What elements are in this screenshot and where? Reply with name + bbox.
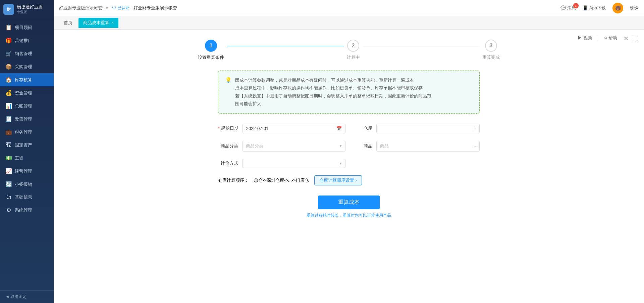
content-area: ✕ ⛶ ▶ 视频 | ⊙ 帮助 1 设置重算条件 2 计算中 3 重算完成 — [54, 30, 644, 303]
sidebar-item-project[interactable]: 📋 项目顾问 — [0, 21, 54, 34]
sidebar-label-system: 系统管理 — [15, 207, 32, 213]
step-3: 3 重算完成 — [482, 40, 500, 60]
tab-home[interactable]: 首页 — [59, 18, 77, 28]
sidebar-pin-toggle[interactable]: ◄ 取消固定 — [0, 290, 54, 303]
sidebar-label-operation: 经营管理 — [15, 168, 32, 174]
sidebar-item-tax[interactable]: 💼 税务管理 — [0, 126, 54, 139]
info-text: 因成本计算参数调整，或是对商品成本有疑问时，可以通过成本重算功能，重新计算一遍成… — [235, 76, 431, 108]
sidebar: 财 畅捷通好业财 专业版 📋 项目顾问 🎁 营销推广 🛒 销售管理 📦 采购管理… — [0, 0, 54, 303]
tax-icon: 💼 — [5, 129, 12, 135]
sidebar-label-accounting: 总账管理 — [15, 103, 32, 109]
form-group-pricing: 计价方式 ▾ — [218, 159, 345, 168]
info-line-1: 因成本计算参数调整，或是对商品成本有疑问时，可以通过成本重算功能，重新计算一遍成… — [235, 76, 431, 84]
sidebar-label-sales: 销售管理 — [15, 51, 32, 57]
tab-recalculate[interactable]: 商品成本重算 × — [78, 18, 118, 28]
start-date-label: 起始日期 — [218, 125, 238, 131]
sidebar-label-tax: 税务管理 — [15, 129, 32, 135]
marketing-icon: 🎁 — [5, 37, 12, 44]
step-line-2 — [363, 46, 480, 46]
assets-icon: 🏗 — [5, 142, 12, 148]
sidebar-label-project: 项目顾问 — [15, 25, 32, 31]
sidebar-item-accounting[interactable]: 📊 总账管理 — [0, 99, 54, 113]
sidebar-label-basic: 基础信息 — [15, 194, 32, 200]
sidebar-item-finance[interactable]: 💰 资金管理 — [0, 86, 54, 99]
step-1-label: 设置重算条件 — [198, 54, 224, 60]
sidebar-item-expense[interactable]: 🔄 小畅报销 — [0, 178, 54, 191]
info-icon: 💡 — [225, 77, 232, 108]
start-date-value: 2022-07-01 — [246, 126, 334, 131]
sidebar-item-basic[interactable]: 🗂 基础信息 — [0, 191, 54, 204]
sidebar-item-operation[interactable]: 📈 经营管理 — [0, 165, 54, 178]
user-name: 珠珠 — [630, 5, 639, 11]
user-avatar[interactable]: 🐻 — [612, 3, 623, 13]
step-2-circle: 2 — [347, 40, 359, 52]
basic-icon: 🗂 — [5, 194, 12, 200]
window-controls: ✕ ⛶ — [624, 35, 639, 42]
sidebar-item-marketing[interactable]: 🎁 营销推广 — [0, 34, 54, 47]
info-line-3: 若【系统设置】中启用了自动调整记账日期时，会调整入库单的整单记账日期，因此重新计… — [235, 92, 431, 100]
project-icon: 📋 — [5, 24, 12, 31]
goods-label: 商品 — [352, 143, 372, 149]
pricing-select[interactable]: ▾ — [242, 159, 345, 168]
step-indicator: 1 设置重算条件 2 计算中 3 重算完成 — [198, 40, 500, 60]
sidebar-item-inventory[interactable]: 🏠 库存核算 — [0, 73, 54, 86]
video-btn[interactable]: ▶ 视频 — [578, 35, 592, 41]
info-box: 💡 因成本计算参数调整，或是对商品成本有疑问时，可以通过成本重算功能，重新计算一… — [218, 71, 480, 114]
finance-icon: 💰 — [5, 90, 12, 96]
tab-recalculate-label: 商品成本重算 — [83, 20, 109, 26]
start-date-input[interactable]: 2022-07-01 📅 — [243, 124, 345, 133]
form-row-2: 商品分类 商品分类 ▾ 商品 商品 ··· — [218, 141, 480, 152]
step-3-circle: 3 — [485, 40, 497, 52]
form-group-goods: 商品 商品 ··· — [352, 141, 480, 152]
form-area: 起始日期 2022-07-01 📅 仓库 ··· 商品分 — [218, 124, 480, 218]
sidebar-item-invoice[interactable]: 🧾 发票管理 — [0, 113, 54, 126]
sidebar-label-marketing: 营销推广 — [15, 38, 32, 44]
form-group-date: 起始日期 2022-07-01 📅 — [218, 124, 345, 133]
system-icon: ⚙ — [5, 207, 12, 213]
goods-input[interactable]: 商品 ··· — [376, 141, 480, 152]
phone-icon: 📱 — [583, 5, 588, 10]
account-name: 好业财专业版演示帐套 — [59, 5, 103, 11]
main-area: 好业财专业版演示帐套 ▾ 🛡 已认证 好业财专业版演示帐套 💬 消息 1 📱 A… — [54, 0, 644, 303]
recalculate-btn[interactable]: 重算成本 — [318, 196, 380, 209]
sales-icon: 🛒 — [5, 50, 12, 57]
expense-icon: 🔄 — [5, 181, 12, 187]
invoice-icon: 🧾 — [5, 116, 12, 122]
warehouse-input[interactable]: ··· — [376, 124, 480, 133]
warehouse-label: 仓库 — [352, 125, 372, 131]
logo-name: 畅捷通好业财 — [17, 4, 43, 10]
logo-text-container: 畅捷通好业财 专业版 — [17, 4, 43, 15]
warehouse-dots-icon: ··· — [472, 126, 476, 131]
sidebar-item-salary[interactable]: 💵 工资 — [0, 152, 54, 165]
step-1: 1 设置重算条件 — [198, 40, 224, 60]
topbar-account-selector[interactable]: 好业财专业版演示帐套 ▾ — [59, 5, 108, 11]
tabs-bar: 首页 商品成本重算 × — [54, 16, 644, 30]
topbar-app-download-btn[interactable]: 📱 App下载 — [583, 5, 606, 11]
sidebar-item-assets[interactable]: 🏗 固定资产 — [0, 139, 54, 152]
account-dropdown-icon: ▾ — [106, 6, 108, 10]
goods-placeholder: 商品 — [380, 143, 470, 149]
sidebar-label-finance: 资金管理 — [15, 90, 32, 96]
sidebar-logo: 财 畅捷通好业财 专业版 — [0, 0, 54, 19]
info-line-2: 成本重算过程中，影响库存账的操作均不能操作，比如进货单、销货单、库存单据不能审核… — [235, 84, 431, 92]
expand-window-btn[interactable]: ⛶ — [633, 35, 639, 42]
sidebar-item-system[interactable]: ⚙ 系统管理 — [0, 204, 54, 217]
form-group-category: 商品分类 商品分类 ▾ — [218, 141, 345, 152]
tab-close-icon[interactable]: × — [111, 20, 114, 25]
topbar-verified: 🛡 已认证 — [112, 5, 129, 11]
sidebar-item-sales[interactable]: 🛒 销售管理 — [0, 47, 54, 60]
sidebar-label-invoice: 发票管理 — [15, 116, 32, 122]
close-window-btn[interactable]: ✕ — [624, 35, 629, 42]
warehouse-order-value: 总仓->深圳仓库->...->门店仓 — [254, 177, 309, 183]
sidebar-item-purchase[interactable]: 📦 采购管理 — [0, 60, 54, 73]
operation-icon: 📈 — [5, 168, 12, 174]
form-row-3: 计价方式 ▾ — [218, 159, 480, 168]
accounting-icon: 📊 — [5, 103, 12, 109]
pricing-arrow-icon: ▾ — [340, 161, 342, 166]
category-arrow-icon: ▾ — [340, 144, 342, 148]
help-btn[interactable]: ⊙ 帮助 — [604, 35, 617, 41]
topbar-message-btn[interactable]: 💬 消息 1 — [560, 5, 576, 11]
warehouse-order-settings-btn[interactable]: 仓库计算顺序设置 › — [314, 175, 362, 185]
category-label: 商品分类 — [218, 143, 238, 149]
category-select[interactable]: 商品分类 ▾ — [242, 141, 345, 152]
